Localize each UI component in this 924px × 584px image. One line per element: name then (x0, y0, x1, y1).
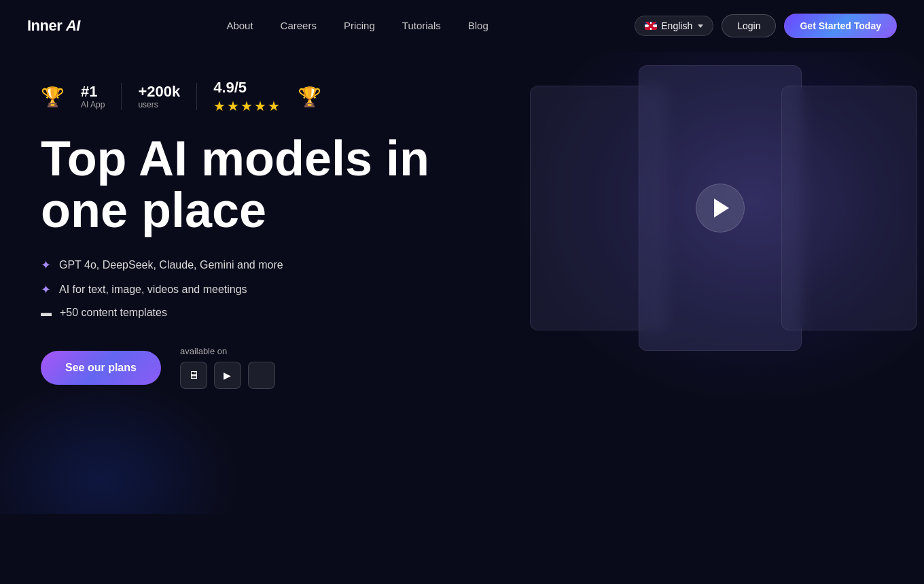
sparkle-icon-1: ✦ (41, 258, 51, 273)
apple-platform-button[interactable] (248, 362, 275, 389)
badge-rating: 4.9/5 ★★★★★ (213, 79, 281, 114)
badge-divider-2 (196, 83, 197, 110)
bottom-section: Our Platform Your AI-Native Workspace fo… (0, 568, 924, 584)
feature-text-1: GPT 4o, DeepSeek, Claude, Gemini and mor… (59, 259, 283, 271)
chevron-down-icon (698, 24, 703, 28)
rank-number: #1 (81, 84, 105, 100)
users-number: +200k (138, 84, 180, 100)
platform-icons: 🖥 ▶ (180, 362, 275, 389)
laurel-left-icon: 🏆 (41, 86, 65, 108)
hero-section: 🏆 #1 AI App +200k users 4.9/5 ★★★★★ 🏆 To… (0, 52, 924, 514)
nav-pricing[interactable]: Pricing (344, 20, 375, 31)
navigation: Inner AI About Careers Pricing Tutorials… (0, 0, 924, 52)
see-plans-button[interactable]: See our plans (41, 351, 161, 385)
web-icon: 🖥 (188, 369, 199, 381)
rank-label: AI App (81, 100, 105, 109)
laurel-right-icon: 🏆 (298, 86, 321, 108)
rating-number: 4.9/5 (213, 79, 281, 97)
video-panels (530, 65, 924, 392)
android-platform-button[interactable]: ▶ (214, 362, 241, 389)
flag-icon (645, 22, 657, 30)
sparkle-icon-2: ✦ (41, 282, 51, 297)
play-triangle-icon (714, 199, 729, 218)
nav-about[interactable]: About (226, 20, 253, 31)
badge-rank: #1 AI App (81, 84, 105, 109)
feature-text-2: AI for text, image, videos and meetings (59, 284, 247, 296)
video-area (530, 65, 924, 392)
badge-divider-1 (121, 83, 122, 110)
login-button[interactable]: Login (722, 14, 776, 37)
language-selector[interactable]: English (635, 16, 713, 36)
available-label: available on (180, 346, 275, 356)
feature-text-3: +50 content templates (60, 307, 167, 319)
nav-blog[interactable]: Blog (468, 20, 488, 31)
play-store-icon: ▶ (224, 370, 231, 381)
users-label: users (138, 100, 180, 109)
nav-careers[interactable]: Careers (281, 20, 317, 31)
get-started-button[interactable]: Get Started Today (784, 14, 897, 38)
available-on: available on 🖥 ▶ (180, 346, 275, 389)
badge-users: +200k users (138, 84, 180, 109)
nav-tutorials[interactable]: Tutorials (402, 20, 441, 31)
logo[interactable]: Inner AI (27, 17, 80, 35)
video-panel-right (781, 86, 917, 330)
hero-title: Top AI models in one place (41, 133, 476, 236)
template-icon: ▬ (41, 307, 52, 319)
web-platform-button[interactable]: 🖥 (180, 362, 207, 389)
video-panel-center[interactable] (639, 65, 802, 351)
language-label: English (661, 20, 692, 31)
stars-icon: ★★★★★ (213, 98, 281, 114)
nav-right: English Login Get Started Today (635, 14, 897, 38)
play-button[interactable] (696, 184, 745, 233)
nav-links: About Careers Pricing Tutorials Blog (226, 20, 488, 32)
